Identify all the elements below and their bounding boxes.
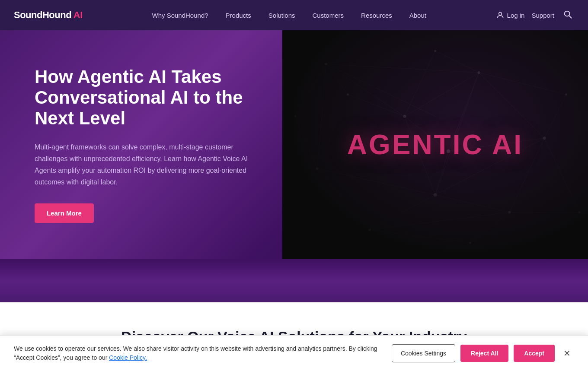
- logo-text: SoundHound AI: [14, 10, 83, 21]
- close-cookie-button[interactable]: ✕: [560, 347, 574, 359]
- cookie-actions: Cookies Settings Reject All Accept ✕: [392, 344, 574, 362]
- svg-line-2: [569, 16, 572, 18]
- support-button[interactable]: Support: [531, 12, 554, 19]
- accept-button[interactable]: Accept: [514, 345, 555, 362]
- hero-visual: AGENTIC AI: [282, 30, 588, 259]
- cookie-text-body: We use cookies to operate our services. …: [14, 345, 377, 361]
- login-label: Log in: [507, 12, 525, 19]
- nav-item-customers[interactable]: Customers: [306, 8, 351, 22]
- nav-item-why[interactable]: Why SoundHound?: [145, 8, 215, 22]
- close-icon: ✕: [563, 349, 571, 358]
- learn-more-button[interactable]: Learn More: [35, 203, 94, 223]
- cookies-settings-button[interactable]: Cookies Settings: [392, 344, 455, 362]
- cookie-policy-link[interactable]: Cookie Policy.: [109, 354, 147, 361]
- search-button[interactable]: [561, 8, 574, 23]
- brand-ai: AI: [71, 10, 83, 20]
- hero-description: Multi-agent frameworks can solve complex…: [35, 141, 256, 188]
- nav-item-about[interactable]: About: [403, 8, 433, 22]
- login-button[interactable]: Log in: [496, 11, 525, 19]
- cookie-banner: We use cookies to operate our services. …: [0, 335, 588, 371]
- navbar: SoundHound AI Why SoundHound? Products S…: [0, 0, 588, 30]
- below-hero-band: [0, 259, 588, 302]
- account-icon: [496, 11, 505, 19]
- brand-name: SoundHound: [14, 10, 71, 20]
- navbar-actions: Log in Support: [496, 8, 574, 23]
- svg-point-0: [499, 12, 502, 15]
- nav-item-resources[interactable]: Resources: [354, 8, 399, 22]
- nav-item-solutions[interactable]: Solutions: [262, 8, 302, 22]
- svg-point-1: [565, 11, 570, 16]
- search-icon: [563, 10, 572, 19]
- logo[interactable]: SoundHound AI: [14, 10, 83, 21]
- cookie-text: We use cookies to operate our services. …: [14, 344, 383, 362]
- nav-links: Why SoundHound? Products Solutions Custo…: [145, 8, 433, 22]
- nav-item-products[interactable]: Products: [219, 8, 258, 22]
- hero-section: How Agentic AI Takes Conversational AI t…: [0, 30, 588, 259]
- agentic-ai-text: AGENTIC AI: [347, 129, 523, 161]
- reject-all-button[interactable]: Reject All: [460, 345, 508, 362]
- hero-title: How Agentic AI Takes Conversational AI t…: [35, 67, 256, 129]
- hero-content: How Agentic AI Takes Conversational AI t…: [0, 30, 282, 259]
